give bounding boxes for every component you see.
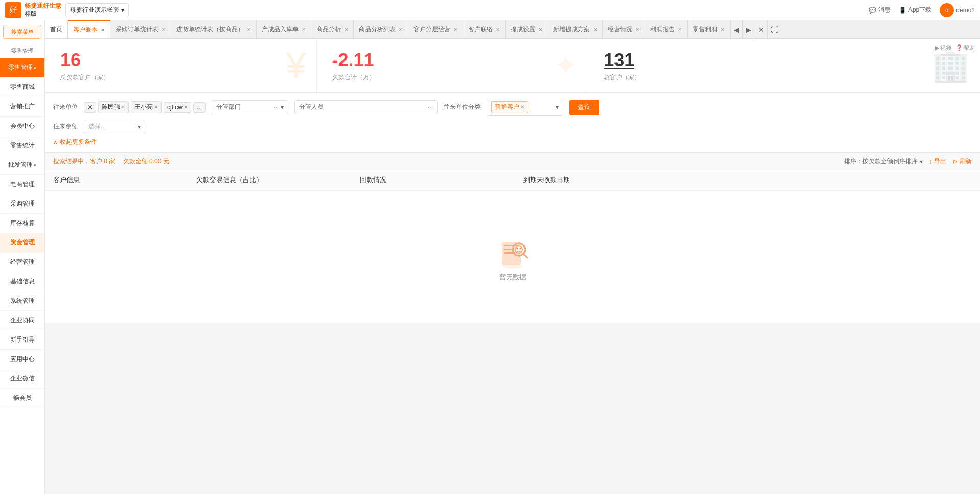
- account-selector[interactable]: 母婴行业演示帐套 ▾: [65, 3, 129, 17]
- result-bar: 搜索结果中，客户 0 家 欠款金额 0.00 元 排序：按欠款金额倒序排序 ▾: [45, 153, 980, 170]
- chevron-down-icon: ▾: [281, 104, 284, 111]
- svg-point-8: [516, 248, 518, 250]
- sidebar-item-ecommerce-mgmt[interactable]: 电商管理: [0, 175, 44, 194]
- sidebar-item-retail-stats[interactable]: 零售统计: [0, 136, 44, 155]
- sidebar-item-system-mgmt[interactable]: 系统管理: [0, 291, 44, 311]
- stat-label-owing-customers: 总欠款客户（家）: [60, 73, 109, 82]
- stat-owing-amount: ✦ -2.11 欠款合计（万）: [317, 39, 589, 92]
- quick-nav-button[interactable]: 零售管理: [0, 43, 44, 58]
- chevron-down-icon: ▾: [34, 163, 36, 168]
- export-button[interactable]: ↓ 导出: [929, 157, 946, 166]
- logo-area: 好 畅捷通好生意 标版: [5, 2, 61, 18]
- sort-selector[interactable]: 排序：按欠款金额倒序排序 ▾: [844, 157, 923, 166]
- stat-bg-building-icon: 🏢: [931, 48, 970, 84]
- filter-tag-cjttcw[interactable]: cjttcw ✕: [164, 102, 191, 113]
- query-button[interactable]: 查询: [569, 100, 599, 115]
- tab-close-product-incoming[interactable]: ✕: [302, 27, 306, 32]
- chevron-down-icon: ▾: [920, 158, 923, 165]
- tab-close-customer-book[interactable]: ✕: [101, 27, 105, 33]
- sidebar-item-retail-mall[interactable]: 零售商城: [0, 78, 44, 97]
- page-content: ¥ 16 总欠款客户（家） ✦ -2.11 欠款合计（万） ▶ 视频: [45, 39, 980, 494]
- tab-product-analysis[interactable]: 商品分析 ✕: [311, 20, 354, 39]
- tab-customer-book[interactable]: 客户账本 ✕: [68, 20, 110, 39]
- empty-mascot-icon: [492, 232, 533, 273]
- sidebar-item-operations-mgmt[interactable]: 经营管理: [0, 253, 44, 272]
- tab-close-commission[interactable]: ✕: [538, 27, 542, 32]
- filter-tag-close-chen[interactable]: ✕: [121, 104, 125, 110]
- tab-new-commission[interactable]: 新增提成方案 ✕: [548, 20, 603, 39]
- tab-close-product-analysis[interactable]: ✕: [344, 27, 348, 32]
- filter-area: 往来单位 ✕ 陈民强 ✕ 王小亮 ✕: [45, 93, 980, 153]
- tab-retail-profit[interactable]: 零售利润 ✕: [688, 20, 730, 39]
- tab-product-analysis-list[interactable]: 商品分析列表 ✕: [354, 20, 408, 39]
- filter-tag-ordinary-customer[interactable]: 普通客户 ✕: [491, 101, 528, 113]
- sidebar-item-retail-mgmt[interactable]: 零售管理 ▾: [0, 58, 44, 78]
- sidebar-item-enterprise-wechat[interactable]: 企业微信: [0, 369, 44, 389]
- tab-customer-tier[interactable]: 客户分层经营 ✕: [408, 20, 463, 39]
- filter-label-remaining: 往来余额: [53, 122, 78, 131]
- tab-product-incoming[interactable]: 产成品入库单 ✕: [257, 20, 311, 39]
- tab-nav-next[interactable]: ▶: [742, 20, 755, 39]
- tab-close-new-commission[interactable]: ✕: [593, 27, 597, 32]
- filter-tag-chen[interactable]: 陈民强 ✕: [98, 101, 129, 113]
- filter-manager-select[interactable]: 分管人员 ···: [294, 100, 438, 114]
- tab-commission-settings[interactable]: 提成设置 ✕: [506, 20, 548, 39]
- sidebar-item-app-center[interactable]: 应用中心: [0, 350, 44, 369]
- tab-close-customer-contact[interactable]: ✕: [496, 27, 500, 32]
- sidebar-item-basic-info[interactable]: 基础信息: [0, 272, 44, 291]
- user-profile[interactable]: d demo2: [940, 3, 975, 17]
- sidebar-item-vip-member[interactable]: 畅会员: [0, 389, 44, 408]
- message-button[interactable]: 💬 消息: [869, 6, 891, 14]
- filter-tag-close-wang[interactable]: ✕: [154, 104, 158, 110]
- filter-manager-dots-icon: ···: [428, 104, 433, 111]
- top-bar-left: 好 畅捷通好生意 标版 母婴行业演示帐套 ▾: [5, 2, 129, 18]
- tab-close-customer-tier[interactable]: ✕: [453, 27, 458, 32]
- chevron-down-icon: ▾: [138, 123, 141, 130]
- refresh-icon: ↻: [952, 158, 958, 165]
- search-menu-button[interactable]: 搜索菜单: [3, 25, 41, 39]
- sidebar-item-enterprise-collab[interactable]: 企业协同: [0, 311, 44, 330]
- tab-profit-report[interactable]: 利润报告 ✕: [645, 20, 688, 39]
- table-container: 客户信息 欠款交易信息（占比） 回款情况 到期未收款日期: [45, 170, 980, 323]
- collapse-button[interactable]: ∧ 收起更多条件: [53, 138, 972, 146]
- collapse-row: ∧ 收起更多条件: [53, 138, 972, 146]
- sidebar-item-marketing[interactable]: 营销推广: [0, 97, 44, 117]
- tab-close-product-analysis-list[interactable]: ✕: [399, 27, 403, 32]
- filter-tag-more[interactable]: ...: [193, 102, 206, 113]
- download-icon: 📱: [899, 7, 906, 14]
- stat-total-customers: ▶ 视频 ❓ 帮助 🏢 131 总客户（家）: [588, 39, 980, 92]
- filter-tag-empty[interactable]: ✕: [84, 102, 96, 113]
- stat-value-owing-amount: -2.11: [332, 49, 374, 71]
- tab-close-retail-profit[interactable]: ✕: [720, 27, 724, 32]
- tab-purchase-order-stats[interactable]: 采购订单统计表 ✕: [110, 20, 171, 39]
- filter-tag-close-cjttcw[interactable]: ✕: [184, 104, 188, 110]
- filter-remaining-select[interactable]: 选择... ▾: [84, 120, 145, 133]
- tab-close-incoming[interactable]: ✕: [247, 27, 251, 32]
- tab-close-purchase-order[interactable]: ✕: [162, 27, 166, 32]
- tab-nav-fullscreen[interactable]: ⛶: [767, 20, 781, 39]
- filter-department-select[interactable]: 分管部门 ··· ▾: [212, 100, 288, 114]
- tab-close-profit[interactable]: ✕: [678, 27, 682, 32]
- tab-customer-contact[interactable]: 客户联络 ✕: [463, 20, 506, 39]
- empty-text: 暂无数据: [499, 273, 526, 282]
- sidebar-item-purchase-mgmt[interactable]: 采购管理: [0, 194, 44, 214]
- tab-close-operations[interactable]: ✕: [635, 27, 640, 32]
- filter-row-2: 往来余额 选择... ▾: [53, 120, 972, 133]
- app-download-button[interactable]: 📱 App下载: [899, 6, 931, 14]
- sidebar-item-inventory-check[interactable]: 库存核算: [0, 214, 44, 233]
- refresh-button[interactable]: ↻ 刷新: [952, 157, 972, 166]
- sidebar-item-new-guide[interactable]: 新手引导: [0, 330, 44, 350]
- export-icon: ↓: [929, 158, 932, 165]
- tab-nav-prev[interactable]: ◀: [730, 20, 742, 39]
- filter-unit-category-select[interactable]: 普通客户 ✕ ▾: [487, 99, 563, 116]
- tab-nav-close-all[interactable]: ✕: [755, 20, 767, 39]
- sidebar-item-member-center[interactable]: 会员中心: [0, 117, 44, 136]
- tab-operations-status[interactable]: 经营情况 ✕: [603, 20, 645, 39]
- stat-bg-money-icon: ¥: [286, 45, 306, 86]
- filter-tag-wang[interactable]: 王小亮 ✕: [131, 101, 162, 113]
- col-owing-detail: 欠款交易信息（占比）: [196, 175, 360, 185]
- tab-home[interactable]: 首页: [45, 20, 68, 39]
- sidebar-item-capital-mgmt[interactable]: 资金管理: [0, 233, 44, 253]
- tab-incoming-stats[interactable]: 进货单统计表（按商品） ✕: [171, 20, 257, 39]
- sidebar-item-wholesale-mgmt[interactable]: 批发管理 ▾: [0, 155, 44, 175]
